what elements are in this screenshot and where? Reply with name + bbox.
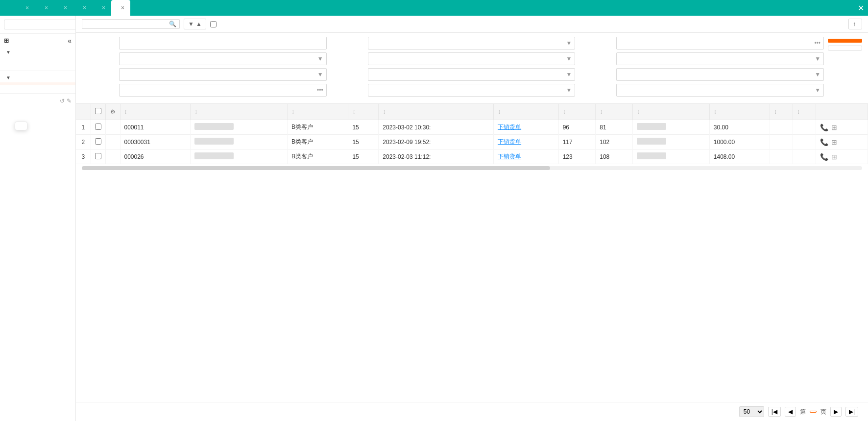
filter-nature-select[interactable]: ▼ (119, 68, 327, 81)
export-icon: ↑ (853, 21, 856, 27)
tab-close-sales-order[interactable]: × (25, 4, 29, 11)
filter-department: ▼ (331, 37, 576, 50)
filter-cust-level-select[interactable]: ▼ (368, 52, 576, 65)
more-actions-icon-2[interactable]: ⊞ (831, 153, 837, 161)
row-company-contact-1 (632, 135, 709, 149)
edit-icon[interactable]: ✎ (67, 98, 72, 104)
col-index (76, 104, 91, 120)
tab-product-analysis-list[interactable]: × (73, 0, 92, 16)
sort-icon-type: ↕ (291, 108, 294, 115)
filter-scatter-attr-select[interactable]: ▼ (616, 52, 824, 65)
filter-payment: ▼ (331, 68, 576, 81)
row-company-contact-0 (632, 120, 709, 135)
row-name-1 (191, 135, 288, 149)
sort-icon: ↕ (124, 108, 127, 115)
sidebar-item-overdue-contact[interactable] (0, 66, 75, 69)
horizontal-scrollbar-track[interactable] (82, 166, 862, 170)
tab-close-customer-contact[interactable]: × (121, 4, 124, 11)
tab-home[interactable] (4, 0, 16, 16)
sidebar-group-pending-contact[interactable]: ▼ (0, 48, 75, 57)
filter-region-select[interactable]: ••• (119, 84, 327, 97)
my-customers-checkbox[interactable] (210, 21, 217, 27)
contact-icon-2[interactable]: 📞 (820, 153, 828, 161)
row-last-method-1[interactable]: 下销货单 (494, 135, 559, 149)
row-checkbox-0[interactable] (91, 120, 105, 135)
table-row: 2 00030031 B类客户 15 2023-02-09 19:52: 下销货… (76, 135, 868, 149)
next-page-button[interactable]: ▶ (830, 407, 842, 417)
col-settings[interactable]: ⚙ (105, 104, 120, 120)
filter-scatter-cust-select[interactable]: ▼ (616, 84, 824, 97)
tab-purchase-order[interactable]: × (35, 0, 54, 16)
query-button[interactable] (828, 39, 862, 43)
sidebar-item-class-c[interactable] (0, 115, 75, 118)
filter-cust-type-select[interactable]: ▼ (368, 84, 576, 97)
more-actions-icon-1[interactable]: ⊞ (831, 138, 837, 146)
tab-product-analysis[interactable]: × (54, 0, 73, 16)
horizontal-scrollbar-thumb[interactable] (82, 166, 550, 170)
filter-panel: ▼ ••• (76, 33, 868, 104)
first-page-button[interactable]: |◀ (768, 407, 781, 417)
filter-icon: ▼ (188, 21, 194, 27)
sidebar-group-problem-customers[interactable]: ▼ (0, 73, 75, 82)
contact-icon-0[interactable]: 📞 (820, 124, 828, 131)
tab-close-purchase-order[interactable]: × (45, 4, 48, 11)
manager-select-arrow: ••• (814, 40, 820, 47)
row-this-year-0: 30.00 (709, 120, 770, 135)
window-close-button[interactable]: ✕ (858, 3, 864, 13)
filter-status-select[interactable]: ▼ (616, 68, 824, 81)
row-checkbox-2[interactable] (91, 149, 105, 164)
sidebar-search-input[interactable] (4, 20, 76, 29)
export-button[interactable]: ↑ (848, 19, 862, 29)
sort-icon-date: ↕ (383, 108, 386, 115)
prev-page-button[interactable]: ◀ (785, 407, 796, 417)
sidebar-group-value-customers[interactable]: ↺ ✎ (0, 96, 75, 106)
refresh-icon[interactable]: ↺ (60, 98, 65, 104)
tab-close-product-analysis[interactable]: × (64, 4, 67, 11)
filter-region: ••• (82, 84, 327, 97)
current-page-number (810, 411, 817, 413)
tab-sales-order[interactable]: × (16, 0, 35, 16)
row-this-month-2 (793, 149, 816, 164)
sort-icon-nc: ↕ (563, 108, 566, 115)
page-size-select[interactable]: 50 100 (739, 406, 764, 417)
page-label: 第 (800, 408, 806, 416)
sort-icon-method: ↕ (498, 108, 501, 115)
filter-payment-select[interactable]: ▼ (368, 68, 576, 81)
search-input[interactable] (85, 21, 167, 27)
row-last-method-0[interactable]: 下销货单 (494, 120, 559, 135)
more-conditions-button[interactable]: ▼ ▲ (184, 19, 206, 29)
last-page-button[interactable]: ▶| (845, 407, 858, 417)
tab-customer-contact[interactable]: × (111, 0, 130, 16)
row-this-year-2: 1408.00 (709, 149, 770, 164)
sidebar-collapse-btn[interactable]: « (68, 37, 72, 45)
row-code-1: 00030031 (120, 135, 191, 149)
tab-close-customer-segmentation[interactable]: × (102, 4, 105, 11)
filter-phone-input[interactable] (119, 37, 327, 50)
row-not-contacted-1: 117 (558, 135, 596, 149)
price-level-arrow: ▼ (317, 55, 323, 62)
contact-icon-1[interactable]: 📞 (820, 138, 828, 146)
row-contact-1: 15 (348, 135, 379, 149)
select-all-checkbox[interactable] (95, 108, 101, 114)
scatter-cust-arrow: ▼ (815, 87, 820, 94)
filter-dept-select[interactable]: ▼ (368, 37, 576, 50)
sidebar-all-customers[interactable]: ⊞ « (0, 34, 75, 48)
row-checkbox-1[interactable] (91, 135, 105, 149)
row-last-method-2[interactable]: 下销货单 (494, 149, 559, 164)
sort-icon-contact: ↕ (352, 108, 355, 115)
filter-scatter-customer: ▼ (579, 84, 824, 97)
filter-price-level-select[interactable]: ▼ (119, 52, 327, 65)
my-customers-checkbox-label[interactable] (210, 21, 218, 27)
sidebar-item-declining[interactable] (0, 88, 75, 91)
nature-arrow: ▼ (317, 71, 323, 78)
row-index-0: 1 (76, 120, 91, 135)
col-checkbox[interactable] (91, 104, 105, 120)
filter-manager-select[interactable]: ••• (616, 37, 824, 50)
settings-button[interactable] (828, 46, 862, 50)
more-actions-icon-0[interactable]: ⊞ (831, 124, 837, 131)
table-area: ⚙ ↕ ↕ ↕ (76, 104, 868, 402)
tab-customer-segmentation[interactable]: × (92, 0, 111, 16)
search-icon[interactable]: 🔍 (169, 21, 176, 27)
tab-close-product-analysis-list[interactable]: × (83, 4, 86, 11)
cust-level-arrow: ▼ (566, 55, 572, 62)
